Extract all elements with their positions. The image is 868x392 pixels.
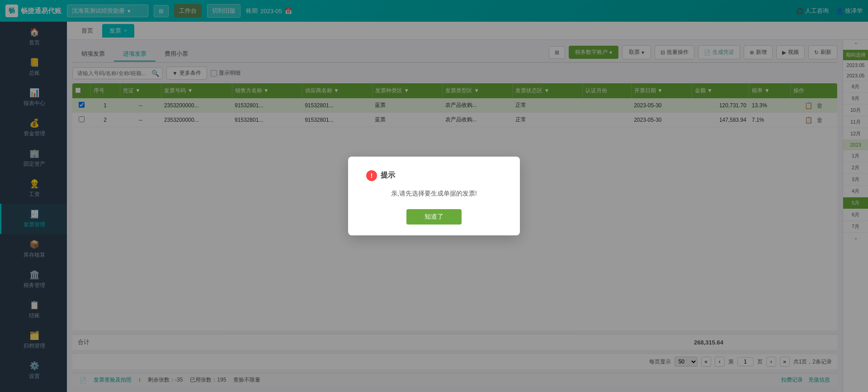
- modal-overlay: ! 提示 亲,请先选择要生成单据的发票! 知道了: [0, 0, 868, 392]
- modal-title: 提示: [381, 171, 395, 180]
- modal-message: 亲,请先选择要生成单据的发票!: [391, 188, 477, 198]
- modal-header: ! 提示: [366, 170, 395, 181]
- modal-dialog: ! 提示 亲,请先选择要生成单据的发票! 知道了: [348, 157, 520, 235]
- modal-ok-button[interactable]: 知道了: [406, 209, 462, 225]
- exclamation-icon: !: [371, 172, 373, 179]
- warning-icon: !: [366, 170, 377, 181]
